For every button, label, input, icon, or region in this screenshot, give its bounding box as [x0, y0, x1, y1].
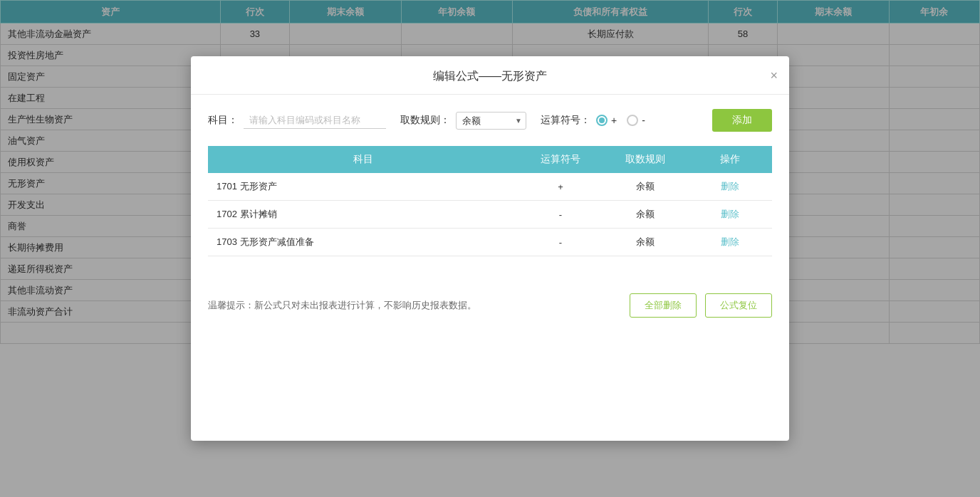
table-header-subject: 科目 — [208, 146, 518, 173]
row3-operator: - — [518, 229, 603, 256]
reset-formula-button[interactable]: 公式复位 — [705, 293, 772, 318]
row3-subject: 1703 无形资产减值准备 — [208, 229, 518, 256]
modal-body: 科目： 取数规则： 余额 借方发生额 贷方发生额 ▼ — [191, 95, 789, 282]
table-header-operator: 运算符号 — [518, 146, 603, 173]
modal-title: 编辑公式——无形资产 — [433, 69, 547, 84]
table-row: 1703 无形资产减值准备 - 余额 删除 — [208, 229, 772, 256]
subject-input[interactable] — [244, 112, 386, 129]
rule-select[interactable]: 余额 借方发生额 贷方发生额 — [456, 112, 526, 130]
row2-operator: - — [518, 201, 603, 229]
row1-rule: 余额 — [603, 173, 687, 201]
row3-rule: 余额 — [603, 229, 687, 256]
modal-footer: 温馨提示：新公式只对未出报表进行计算，不影响历史报表数据。 全部删除 公式复位 — [191, 282, 789, 332]
row2-action: 删除 — [687, 201, 772, 229]
rule-group: 取数规则： 余额 借方发生额 贷方发生额 ▼ — [400, 112, 526, 130]
row2-delete-button[interactable]: 删除 — [721, 208, 739, 221]
modal-close-button[interactable]: × — [770, 69, 778, 82]
add-button[interactable]: 添加 — [712, 109, 772, 132]
subject-label: 科目： — [208, 114, 238, 127]
operator-minus-label: - — [642, 115, 645, 126]
footer-buttons: 全部删除 公式复位 — [630, 293, 772, 318]
modal-dialog: 编辑公式——无形资产 × 科目： 取数规则： 余额 借方发生额 — [191, 56, 789, 441]
hint-text: 温馨提示：新公式只对未出报表进行计算，不影响历史报表数据。 — [208, 299, 476, 312]
row1-action: 删除 — [687, 173, 772, 201]
table-row: 1702 累计摊销 - 余额 删除 — [208, 201, 772, 229]
delete-all-button[interactable]: 全部删除 — [630, 293, 697, 318]
row2-rule: 余额 — [603, 201, 687, 229]
table-row: 1701 无形资产 + 余额 删除 — [208, 173, 772, 201]
modal-header: 编辑公式——无形资产 × — [191, 56, 789, 95]
row2-subject: 1702 累计摊销 — [208, 201, 518, 229]
rule-select-wrap: 余额 借方发生额 贷方发生额 ▼ — [456, 112, 526, 130]
operator-plus-radio[interactable]: + — [596, 115, 617, 126]
operator-radio-group: + - — [596, 115, 645, 126]
row1-delete-button[interactable]: 删除 — [721, 180, 739, 193]
modal-overlay: 编辑公式——无形资产 × 科目： 取数规则： 余额 借方发生额 — [0, 0, 980, 497]
row1-operator: + — [518, 173, 603, 201]
operator-group: 运算符号： + - — [541, 114, 645, 127]
operator-plus-label: + — [611, 115, 617, 126]
form-row: 科目： 取数规则： 余额 借方发生额 贷方发生额 ▼ — [208, 109, 772, 132]
table-header-rule: 取数规则 — [603, 146, 687, 173]
operator-label: 运算符号： — [541, 114, 590, 127]
row3-action: 删除 — [687, 229, 772, 256]
row3-delete-button[interactable]: 删除 — [721, 236, 739, 248]
radio-circle-plus — [596, 115, 608, 126]
table-header-action: 操作 — [687, 146, 772, 173]
operator-minus-radio[interactable]: - — [627, 115, 645, 126]
formula-table: 科目 运算符号 取数规则 操作 1701 无形资产 + 余额 删除 — [208, 146, 772, 256]
row1-subject: 1701 无形资产 — [208, 173, 518, 201]
rule-label: 取数规则： — [400, 114, 450, 127]
subject-group: 科目： — [208, 112, 386, 129]
radio-circle-minus — [627, 115, 638, 126]
